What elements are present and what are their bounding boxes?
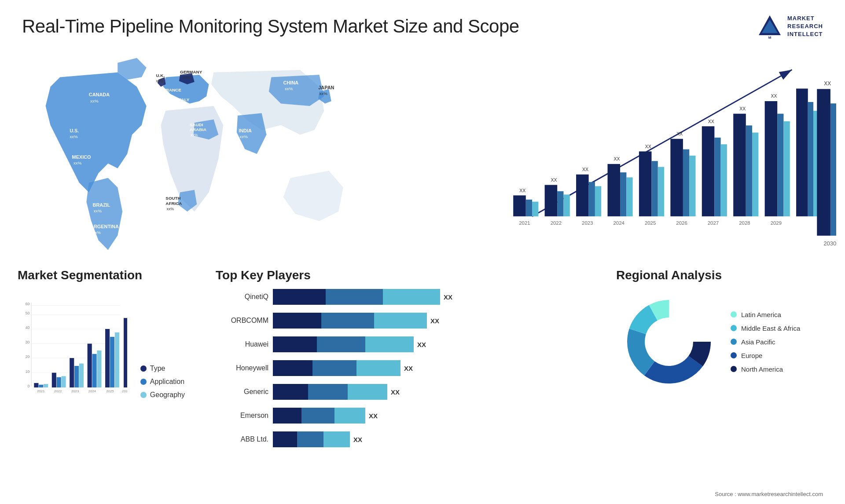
svg-text:2026: 2026 bbox=[676, 220, 687, 226]
svg-rect-76 bbox=[765, 101, 778, 216]
page-title: Real-Time Pipeline Monitoring System Mar… bbox=[22, 16, 519, 37]
svg-rect-63 bbox=[689, 156, 695, 216]
svg-text:2024: 2024 bbox=[614, 220, 625, 226]
svg-rect-118 bbox=[74, 366, 79, 387]
bar-chart-svg: 2021 XX 2022 XX 2023 XX 2024 XX 2025 bbox=[484, 57, 827, 233]
legend-mea: Middle East & Africa bbox=[731, 325, 800, 332]
svg-text:ARGENTINA: ARGENTINA bbox=[90, 224, 119, 229]
svg-rect-119 bbox=[79, 364, 84, 387]
svg-rect-51 bbox=[607, 164, 620, 216]
legend-type: Type bbox=[140, 365, 185, 373]
svg-text:xx%: xx% bbox=[285, 86, 293, 91]
svg-rect-129 bbox=[124, 318, 127, 387]
world-map: CANADA xx% U.S. xx% MEXICO xx% BRAZIL xx… bbox=[9, 48, 467, 259]
svg-rect-36 bbox=[513, 195, 526, 216]
source-text: Source : www.marketresearchintellect.com bbox=[715, 491, 823, 497]
svg-rect-53 bbox=[626, 177, 632, 216]
application-dot bbox=[140, 379, 147, 385]
svg-text:xx%: xx% bbox=[183, 75, 190, 80]
market-seg-title: Market Segmentation bbox=[18, 268, 185, 282]
svg-rect-122 bbox=[92, 354, 97, 387]
type-dot bbox=[140, 365, 147, 372]
svg-rect-42 bbox=[557, 191, 563, 216]
svg-rect-125 bbox=[105, 329, 110, 387]
canada-label: CANADA bbox=[89, 92, 110, 97]
svg-rect-114 bbox=[57, 377, 61, 387]
regional-analysis: Regional Analysis bbox=[607, 264, 836, 444]
legend-application: Application bbox=[140, 378, 185, 386]
svg-rect-41 bbox=[545, 185, 558, 216]
svg-text:0: 0 bbox=[27, 384, 29, 388]
player-row-qinetiq: QinetiQ XX bbox=[216, 289, 585, 305]
svg-text:CHINA: CHINA bbox=[283, 80, 299, 85]
player-val-honeywell: XX bbox=[404, 365, 413, 372]
regional-title: Regional Analysis bbox=[616, 268, 827, 282]
svg-text:XX: XX bbox=[739, 106, 746, 111]
donut-center bbox=[647, 320, 691, 364]
svg-rect-67 bbox=[714, 138, 720, 216]
page-header: Real-Time Pipeline Monitoring System Mar… bbox=[0, 0, 845, 48]
svg-text:50: 50 bbox=[26, 311, 30, 315]
svg-text:2030: 2030 bbox=[823, 240, 836, 247]
svg-text:2029: 2029 bbox=[771, 220, 782, 226]
svg-text:xx%: xx% bbox=[90, 99, 99, 103]
geography-label: Geography bbox=[150, 391, 185, 399]
svg-rect-73 bbox=[752, 132, 758, 216]
bar-chart-container: 2021 XX 2022 XX 2023 XX 2024 XX 2025 bbox=[475, 48, 836, 259]
svg-rect-38 bbox=[532, 202, 538, 216]
player-val-orbcomm: XX bbox=[430, 317, 439, 325]
market-segmentation: Market Segmentation 0 10 20 30 40 50 60 bbox=[9, 264, 194, 444]
svg-text:MEXICO: MEXICO bbox=[72, 154, 91, 160]
seg-legend: Type Application Geography bbox=[140, 365, 185, 412]
svg-text:xx%: xx% bbox=[162, 107, 169, 111]
svg-text:2023: 2023 bbox=[582, 220, 593, 226]
svg-rect-127 bbox=[115, 332, 119, 387]
svg-text:JAPAN: JAPAN bbox=[318, 85, 334, 90]
player-name-huawei: Huawei bbox=[216, 340, 268, 348]
svg-text:2022: 2022 bbox=[551, 220, 562, 226]
svg-text:XX: XX bbox=[614, 157, 620, 161]
svg-rect-109 bbox=[34, 383, 38, 387]
player-val-generic: XX bbox=[391, 388, 400, 396]
bottom-section: Market Segmentation 0 10 20 30 40 50 60 bbox=[0, 259, 845, 444]
svg-text:2021: 2021 bbox=[519, 220, 530, 226]
svg-rect-126 bbox=[110, 337, 114, 387]
player-bar-emerson: XX bbox=[273, 408, 585, 424]
type-label: Type bbox=[150, 365, 165, 373]
player-val-qinetiq: XX bbox=[444, 293, 452, 301]
legend-europe: Europe bbox=[731, 352, 800, 359]
svg-rect-78 bbox=[783, 121, 790, 216]
svg-text:2021: 2021 bbox=[37, 389, 44, 393]
europe-dot bbox=[731, 352, 737, 358]
svg-text:2028: 2028 bbox=[739, 220, 750, 226]
svg-text:GERMANY: GERMANY bbox=[180, 69, 202, 74]
key-players-section: Top Key Players QinetiQ XX ORBCOMM bbox=[202, 264, 599, 444]
svg-text:xx%: xx% bbox=[164, 93, 172, 98]
player-name-orbcomm: ORBCOMM bbox=[216, 317, 268, 325]
svg-rect-57 bbox=[651, 161, 658, 216]
logo-icon: M bbox=[757, 13, 783, 40]
logo-area: M MARKETRESEARCHINTELLECT bbox=[757, 13, 823, 40]
svg-text:XX: XX bbox=[582, 167, 588, 172]
svg-text:SOUTH: SOUTH bbox=[165, 196, 180, 201]
key-players-title: Top Key Players bbox=[216, 268, 585, 282]
player-bar-qinetiq: XX bbox=[273, 289, 585, 305]
legend-latin-america: Latin America bbox=[731, 311, 800, 318]
svg-text:xx%: xx% bbox=[93, 230, 101, 235]
svg-rect-123 bbox=[97, 351, 101, 387]
svg-text:xx%: xx% bbox=[167, 207, 174, 211]
seg-bars: 0 10 20 30 40 50 60 bbox=[18, 289, 127, 412]
svg-rect-48 bbox=[595, 186, 601, 216]
player-name-generic: Generic bbox=[216, 388, 268, 396]
mea-dot bbox=[731, 325, 737, 331]
map-svg: CANADA xx% U.S. xx% MEXICO xx% BRAZIL xx… bbox=[9, 48, 467, 259]
svg-rect-46 bbox=[576, 175, 589, 216]
svg-rect-52 bbox=[620, 172, 626, 216]
svg-text:xx%: xx% bbox=[179, 103, 186, 107]
svg-rect-37 bbox=[526, 200, 532, 216]
svg-text:40: 40 bbox=[26, 325, 30, 330]
svg-rect-43 bbox=[563, 194, 569, 216]
svg-text:XX: XX bbox=[551, 178, 557, 183]
svg-text:INDIA: INDIA bbox=[239, 128, 252, 133]
legend-north-america: North America bbox=[731, 365, 800, 373]
